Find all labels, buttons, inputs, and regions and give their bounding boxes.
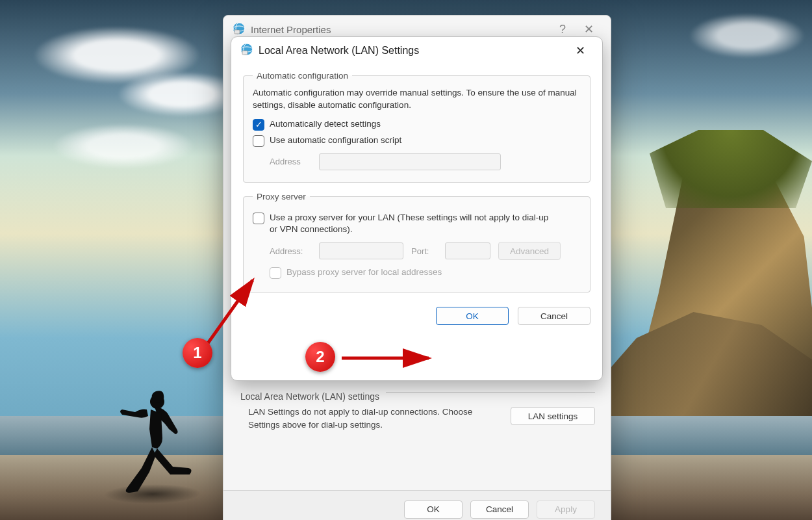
parent-title: Internet Properties [251,24,331,35]
lan-section-desc: LAN Settings do not apply to dial-up con… [239,404,499,439]
lan-settings-button[interactable]: LAN settings [511,407,595,425]
close-icon[interactable]: ✕ [576,22,602,36]
parent-ok-button[interactable]: OK [404,500,463,519]
parent-apply-button: Apply [537,500,595,519]
auto-detect-label[interactable]: Automatically detect settings [270,118,381,130]
help-icon[interactable]: ? [550,23,576,36]
proxy-port-label: Port: [411,246,437,256]
proxy-legend: Proxy server [253,192,310,202]
auto-address-label: Address [270,157,311,166]
proxy-address-label: Address: [270,246,311,256]
svg-rect-3 [235,30,240,34]
advanced-button: Advanced [498,242,561,260]
child-cancel-button[interactable]: Cancel [518,307,590,325]
lan-settings-dialog: Local Area Network (LAN) Settings ✕ Auto… [231,36,603,381]
runner-silhouette [116,390,194,494]
auto-script-label[interactable]: Use automatic configuration script [270,135,401,146]
parent-button-bar: OK Cancel Apply [223,490,611,520]
use-proxy-checkbox[interactable] [253,213,264,224]
bypass-proxy-label: Bypass proxy server for local addresses [286,266,442,278]
auto-help-text: Automatic configuration may override man… [253,87,581,112]
child-titlebar[interactable]: Local Area Network (LAN) Settings ✕ [231,37,602,64]
parent-cancel-button[interactable]: Cancel [470,500,529,519]
child-ok-button[interactable]: OK [436,307,509,325]
proxy-server-group: Proxy server Use a proxy server for your… [243,192,590,292]
use-proxy-label[interactable]: Use a proxy server for your LAN (These s… [270,212,555,235]
auto-legend: Automatic configuration [253,71,352,81]
proxy-port-input [445,242,490,259]
globe-icon [233,22,246,37]
proxy-address-input [319,242,403,259]
close-icon[interactable]: ✕ [567,44,593,58]
globe-icon [240,43,253,58]
auto-detect-checkbox[interactable]: ✓ [253,119,264,131]
bypass-proxy-checkbox [270,267,281,279]
lan-section-heading: Local Area Network (LAN) settings [239,386,379,404]
svg-rect-6 [242,51,247,55]
automatic-configuration-group: Automatic configuration Automatic config… [243,71,590,183]
auto-script-checkbox[interactable] [253,135,264,147]
auto-address-input [319,153,501,170]
child-title: Local Area Network (LAN) Settings [259,45,419,57]
divider [386,392,595,393]
